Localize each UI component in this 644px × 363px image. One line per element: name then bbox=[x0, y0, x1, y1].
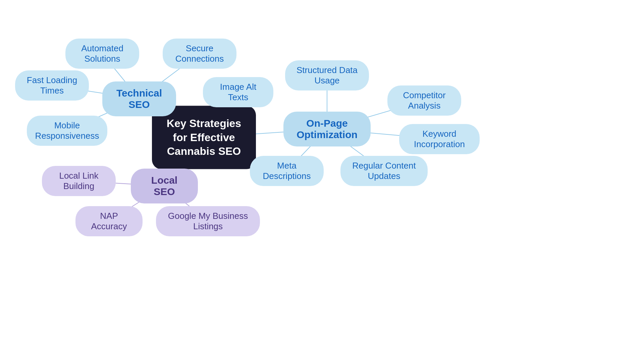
on-page-optimization-node: On-Page Optimization bbox=[283, 112, 371, 146]
mobile-responsiveness-node: Mobile Responsiveness bbox=[27, 116, 107, 146]
regular-content-updates-node: Regular Content Updates bbox=[340, 156, 428, 186]
image-alt-texts-node: Image Alt Texts bbox=[203, 77, 273, 107]
competitor-analysis-node: Competitor Analysis bbox=[387, 85, 461, 116]
fast-loading-times-node: Fast Loading Times bbox=[15, 70, 89, 101]
technical-seo-node: Technical SEO bbox=[102, 81, 176, 116]
local-seo-node: Local SEO bbox=[131, 169, 198, 203]
google-my-business-listings-node: Google My Business Listings bbox=[156, 206, 260, 236]
structured-data-usage-node: Structured Data Usage bbox=[285, 60, 369, 90]
mindmap-container: Key Strategies for Effective Cannabis SE… bbox=[0, 0, 644, 363]
local-link-building-node: Local Link Building bbox=[42, 166, 116, 196]
meta-descriptions-node: Meta Descriptions bbox=[250, 156, 324, 186]
secure-connections-node: Secure Connections bbox=[163, 39, 236, 69]
nap-accuracy-node: NAP Accuracy bbox=[75, 206, 143, 236]
keyword-incorporation-node: Keyword Incorporation bbox=[399, 124, 480, 154]
automated-solutions-node: Automated Solutions bbox=[65, 39, 139, 69]
